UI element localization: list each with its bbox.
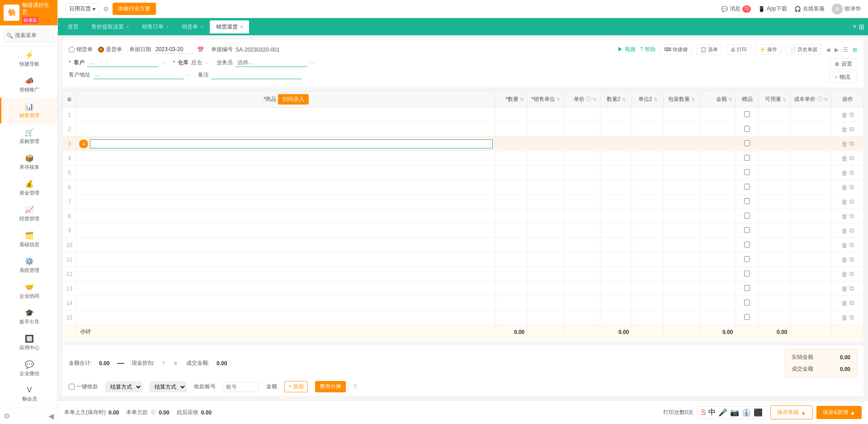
available-cell[interactable] bbox=[759, 180, 790, 195]
sidebar-search[interactable]: 🔍 搜索菜单 bbox=[0, 25, 57, 46]
sidebar-item-basic[interactable]: 🗂️ 基础信息 bbox=[0, 227, 57, 252]
price-cell[interactable] bbox=[564, 267, 600, 281]
delete-icon[interactable]: 🗑 bbox=[841, 198, 848, 205]
qty2-cell[interactable] bbox=[600, 310, 632, 325]
nav-prev-icon[interactable]: ◀ bbox=[826, 47, 830, 53]
available-cell[interactable] bbox=[759, 137, 790, 151]
sidebar-item-marketing[interactable]: 📣 营销推广 bbox=[0, 72, 57, 98]
date-input[interactable] bbox=[154, 45, 194, 54]
tab-price-settings[interactable]: 售价提取设置 × bbox=[85, 20, 136, 33]
amount-cell[interactable] bbox=[700, 281, 736, 296]
unit2-cell[interactable] bbox=[632, 296, 664, 310]
product-cell[interactable]: + bbox=[76, 137, 496, 151]
delete-icon[interactable]: 🗑 bbox=[841, 300, 848, 307]
pkg-cell[interactable] bbox=[664, 252, 700, 267]
unit2-cell[interactable] bbox=[632, 151, 664, 166]
sidebar-item-member[interactable]: V 畅会员 bbox=[0, 381, 57, 407]
unit2-cell[interactable] bbox=[632, 166, 664, 180]
price-cell[interactable] bbox=[564, 180, 600, 195]
copy-icon[interactable]: ⧉ bbox=[849, 212, 854, 220]
price-cell[interactable] bbox=[564, 209, 600, 224]
sidebar-item-enterprise[interactable]: 🤝 企业协同 bbox=[0, 278, 57, 304]
chevron-up-icon[interactable]: ▲ bbox=[801, 410, 806, 416]
col-header-gear[interactable]: ⚙ bbox=[63, 91, 76, 108]
remark-input[interactable] bbox=[212, 71, 302, 79]
unit-cell[interactable] bbox=[528, 209, 564, 224]
qty2-cell[interactable] bbox=[600, 122, 632, 137]
gift-cell[interactable] bbox=[736, 137, 759, 151]
copy-icon[interactable]: ⧉ bbox=[849, 227, 854, 234]
sidebar-settings-icon[interactable]: ⚙ bbox=[4, 412, 10, 420]
customer-input[interactable] bbox=[87, 58, 159, 67]
qty2-cell[interactable] bbox=[600, 195, 632, 209]
unit2-cell[interactable] bbox=[632, 310, 664, 325]
sort-icon[interactable]: ⇅ bbox=[593, 97, 596, 102]
qty-cell[interactable] bbox=[496, 224, 528, 238]
gift-cell[interactable] bbox=[736, 238, 759, 252]
available-cell[interactable] bbox=[759, 310, 790, 325]
pkg-cell[interactable] bbox=[664, 267, 700, 281]
qty-cell[interactable] bbox=[496, 281, 528, 296]
search-menu-button[interactable]: 🔍 搜索菜单 bbox=[4, 29, 54, 42]
unit2-cell[interactable] bbox=[632, 122, 664, 137]
price-cell[interactable] bbox=[564, 310, 600, 325]
product-input[interactable] bbox=[90, 139, 493, 148]
pkg-cell[interactable] bbox=[664, 122, 700, 137]
calc-method-select[interactable]: 结算方式 bbox=[150, 381, 187, 392]
qty-cell[interactable] bbox=[496, 195, 528, 209]
sort-icon[interactable]: ⇅ bbox=[622, 97, 626, 102]
qty-cell[interactable] bbox=[496, 122, 528, 137]
mic-icon[interactable]: 🎤 bbox=[718, 408, 727, 417]
unit-cell[interactable] bbox=[528, 151, 564, 166]
pkg-cell[interactable] bbox=[664, 281, 700, 296]
save-draft-button[interactable]: 保存草稿 ▲ bbox=[770, 405, 813, 419]
pkg-cell[interactable] bbox=[664, 151, 700, 166]
gift-checkbox[interactable] bbox=[744, 111, 750, 117]
copy-icon[interactable]: ⧉ bbox=[849, 256, 854, 263]
footer-help-icon[interactable]: ? bbox=[353, 383, 357, 391]
one-click-payment-checkbox[interactable]: 一键收款 bbox=[69, 383, 98, 391]
gift-cell[interactable] bbox=[736, 122, 759, 137]
delete-icon[interactable]: 🗑 bbox=[841, 126, 848, 133]
unit2-cell[interactable] bbox=[632, 180, 664, 195]
unit2-cell[interactable] bbox=[632, 281, 664, 296]
tab-sales-delivery[interactable]: 销货单 × bbox=[175, 20, 210, 33]
available-cell[interactable] bbox=[759, 151, 790, 166]
pkg-cell[interactable] bbox=[664, 108, 700, 122]
amount-cell[interactable] bbox=[700, 180, 736, 195]
unit-cell[interactable] bbox=[528, 122, 564, 137]
price-cell[interactable] bbox=[564, 238, 600, 252]
available-cell[interactable] bbox=[759, 108, 790, 122]
available-cell[interactable] bbox=[759, 238, 790, 252]
sort-icon[interactable]: ⇅ bbox=[654, 97, 657, 102]
product-cell[interactable] bbox=[76, 195, 496, 209]
gift-checkbox[interactable] bbox=[744, 140, 750, 146]
camera-icon[interactable]: 📷 bbox=[730, 408, 739, 417]
gift-cell[interactable] bbox=[736, 151, 759, 166]
price-cell[interactable] bbox=[564, 195, 600, 209]
available-cell[interactable] bbox=[759, 122, 790, 137]
sidebar-item-system[interactable]: ⚙️ 系统管理 bbox=[0, 252, 57, 278]
product-cell[interactable] bbox=[76, 108, 496, 122]
copy-icon[interactable]: ⧉ bbox=[849, 314, 854, 321]
topbar-settings-icon[interactable]: ⚙ bbox=[103, 5, 109, 13]
unit-cell[interactable] bbox=[528, 180, 564, 195]
customer-select-icon[interactable]: ··· bbox=[161, 60, 166, 66]
view-list-icon[interactable]: ☰ bbox=[843, 47, 848, 53]
tab-close-icon[interactable]: × bbox=[166, 24, 169, 29]
gift-checkbox[interactable] bbox=[744, 155, 750, 161]
app-download-button[interactable]: 📱 App下载 bbox=[758, 5, 787, 13]
unit2-cell[interactable] bbox=[632, 108, 664, 122]
available-cell[interactable] bbox=[759, 267, 790, 281]
amount-cell[interactable] bbox=[700, 122, 736, 137]
gift-cell[interactable] bbox=[736, 166, 759, 180]
gift-checkbox[interactable] bbox=[744, 285, 750, 291]
price-cell[interactable] bbox=[564, 296, 600, 310]
qty-cell[interactable] bbox=[496, 137, 528, 151]
copy-icon[interactable]: ⧉ bbox=[849, 125, 854, 133]
tab-close-icon[interactable]: × bbox=[241, 24, 243, 29]
price-cell[interactable] bbox=[564, 281, 600, 296]
tab-sales-order[interactable]: 销售订单 × bbox=[136, 20, 175, 33]
nav-next-icon[interactable]: ▶ bbox=[835, 47, 839, 53]
product-cell[interactable] bbox=[76, 310, 496, 325]
